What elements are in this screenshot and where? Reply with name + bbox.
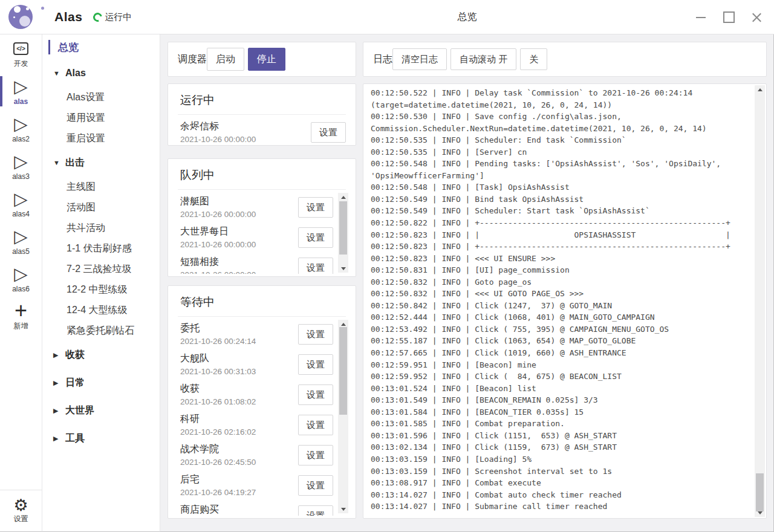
- scroll-up-icon[interactable]: [755, 85, 765, 94]
- sidebar-item[interactable]: Alas设置: [42, 87, 160, 108]
- log-line: 00:12:50.549 | INFO | Scheduler: Start t…: [371, 205, 752, 217]
- task-name: 大世界每日: [180, 223, 293, 239]
- scrollbar[interactable]: [338, 193, 348, 273]
- task-row: 商店购买 设置: [180, 501, 333, 516]
- rail-item[interactable]: alas5: [0, 223, 42, 259]
- task-name: 短猫相接: [180, 253, 293, 269]
- rail-item-label: alas: [14, 97, 28, 106]
- sidebar-item[interactable]: 收获: [42, 341, 160, 369]
- sidebar-item[interactable]: 紧急委托刷钻石: [42, 320, 160, 341]
- log-line: (target=datetime.datetime(2021, 10, 26, …: [371, 99, 752, 111]
- scroll-down-icon[interactable]: [338, 264, 348, 273]
- instance-rail: 开发 alas alas2 alas3: [0, 34, 42, 532]
- scroll-up-icon[interactable]: [338, 193, 348, 201]
- running-panel: 运行中 余烬信标 2021-10-26 00:00:00 设置: [167, 83, 356, 146]
- log-line: 00:12:50.842 | INFO | Click (1247, 37) @…: [371, 300, 752, 312]
- task-name: 战术学院: [180, 441, 293, 456]
- task-setting-button[interactable]: 设置: [298, 197, 333, 218]
- rail-item[interactable]: 开发: [0, 36, 42, 72]
- log-line: Commission.Scheduler.NextRun=datetime.da…: [371, 123, 752, 135]
- start-button[interactable]: 启动: [207, 48, 244, 71]
- settings-label: 设置: [14, 514, 28, 524]
- sidebar-item[interactable]: 出击: [42, 149, 160, 177]
- sidebar-item-label: 收获: [65, 349, 85, 362]
- scrollbar-thumb[interactable]: [339, 201, 347, 255]
- sidebar-item[interactable]: 主线图: [42, 177, 160, 197]
- task-name: 余烬信标: [180, 118, 306, 134]
- task-name: 收获: [180, 380, 293, 396]
- settings-button[interactable]: ⚙ 设置: [0, 490, 42, 531]
- rail-item-label: alas6: [12, 285, 30, 293]
- log-close-button[interactable]: 关: [520, 48, 547, 70]
- scrollbar[interactable]: [755, 85, 765, 517]
- scroll-down-icon[interactable]: [338, 505, 348, 513]
- task-setting-button[interactable]: 设置: [298, 354, 333, 375]
- task-name: 科研: [180, 410, 293, 426]
- log-line: 00:12:50.823 | INFO | | OPSIASHASSIST |: [371, 229, 752, 241]
- task-name: 委托: [180, 320, 293, 336]
- sidebar-item[interactable]: 活动图: [42, 197, 160, 218]
- task-setting-button[interactable]: 设置: [298, 227, 333, 248]
- sidebar-item[interactable]: 总览: [42, 35, 160, 59]
- log-line: 00:12:50.548 | INFO | [Task] OpsiAshAssi…: [371, 181, 752, 193]
- rail-item[interactable]: alas2: [0, 111, 42, 147]
- chevron-icon: [53, 435, 65, 443]
- task-setting-button[interactable]: 设置: [298, 415, 333, 435]
- sidebar-item[interactable]: Alas: [42, 59, 160, 87]
- sidebar-item[interactable]: 大世界: [42, 397, 160, 424]
- scrollbar[interactable]: [338, 320, 348, 513]
- divider: [178, 114, 346, 115]
- task-name: 大舰队: [180, 350, 293, 366]
- minimize-icon[interactable]: [692, 8, 710, 27]
- log-line: 00:13:02.134 | INFO | Click (1159, 673) …: [371, 441, 752, 453]
- sidebar-item[interactable]: 1-1 伏击刷好感: [42, 238, 160, 259]
- task-setting-button[interactable]: 设置: [298, 505, 333, 516]
- running-title: 运行中: [168, 84, 356, 114]
- task-time: 2021-10-26 00:31:03: [180, 366, 293, 378]
- log-panel: 00:12:50.522 | INFO | Delay task `Commis…: [363, 83, 767, 519]
- rail-item-icon: [15, 301, 27, 320]
- scheduler-header-panel: 调度器 启动 停止: [167, 42, 356, 77]
- sidebar-item[interactable]: 7-2 三战捡垃圾: [42, 259, 160, 279]
- task-name: 商店购买: [180, 501, 293, 516]
- app-name: Alas: [54, 10, 82, 24]
- task-setting-button[interactable]: 设置: [298, 324, 333, 345]
- task-time: 2021-10-26 04:19:27: [180, 487, 293, 499]
- sidebar-item-label: Alas设置: [67, 91, 105, 104]
- task-setting-button[interactable]: 设置: [298, 475, 333, 496]
- scroll-down-icon[interactable]: [755, 508, 765, 517]
- task-setting-button[interactable]: 设置: [298, 384, 333, 405]
- stop-button[interactable]: 停止: [248, 48, 285, 71]
- pending-task-list: 潜艇图 2021-10-26 00:00:00 设置 大世界每日 2021-10…: [180, 193, 333, 274]
- sidebar-item[interactable]: 12-4 大型练级: [42, 300, 160, 320]
- sidebar-item[interactable]: 重启设置: [42, 128, 160, 149]
- sidebar-item-label: 总览: [58, 41, 79, 54]
- autoscroll-toggle-button[interactable]: 自动滚动 开: [450, 48, 516, 70]
- clear-log-button[interactable]: 清空日志: [392, 48, 447, 70]
- scrollbar-thumb[interactable]: [339, 327, 347, 415]
- rail-item[interactable]: alas6: [0, 261, 42, 297]
- rail-item[interactable]: alas3: [0, 148, 42, 184]
- maximize-icon[interactable]: [720, 8, 738, 27]
- close-icon[interactable]: [747, 8, 766, 27]
- rail-item-icon: [14, 77, 27, 97]
- sidebar-item[interactable]: 12-2 中型练级: [42, 279, 160, 300]
- sidebar-item[interactable]: 通用设置: [42, 108, 160, 128]
- rail-item[interactable]: alas: [0, 73, 42, 109]
- task-setting-button[interactable]: 设置: [298, 258, 333, 274]
- divider: [178, 316, 346, 317]
- rail-item[interactable]: alas4: [0, 186, 42, 222]
- log-line: 00:13:08.917 | INFO | Combat execute: [371, 477, 752, 489]
- rail-item[interactable]: 新增: [0, 298, 42, 334]
- sidebar-item[interactable]: 日常: [42, 369, 160, 397]
- log-line: 00:12:50.832 | INFO | Goto page_os: [371, 276, 752, 288]
- log-line: 00:12:50.832 | INFO | <<< UI GOTO PAGE_O…: [371, 288, 752, 300]
- rail-item-icon: [14, 190, 27, 209]
- page-title: 总览: [160, 0, 774, 34]
- sidebar-item[interactable]: 共斗活动: [42, 218, 160, 238]
- sidebar-item[interactable]: 工具: [42, 424, 160, 452]
- log-line: 00:12:53.492 | INFO | Click ( 755, 395) …: [371, 323, 752, 336]
- task-setting-button[interactable]: 设置: [298, 445, 333, 465]
- scrollbar-thumb[interactable]: [756, 473, 764, 511]
- task-setting-button[interactable]: 设置: [311, 122, 346, 143]
